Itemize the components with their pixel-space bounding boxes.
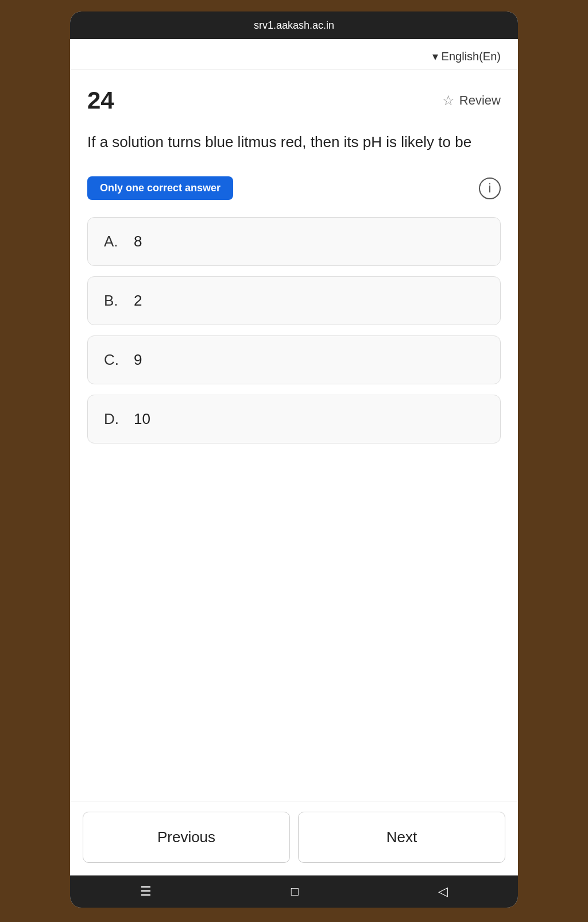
question-text: If a solution turns blue litmus red, the…	[87, 130, 501, 153]
next-button[interactable]: Next	[298, 812, 505, 863]
option-a-label: A.	[104, 233, 122, 250]
navigation-bar: Previous Next	[70, 801, 518, 875]
option-d-label: D.	[104, 410, 122, 428]
language-label: English(En)	[442, 50, 501, 63]
info-icon[interactable]: i	[479, 178, 501, 199]
info-icon-label: i	[489, 181, 492, 196]
phone-frame: srv1.aakash.ac.in ▾ English(En) 24 ☆ Rev…	[70, 11, 518, 908]
menu-icon[interactable]: ☰	[140, 884, 152, 899]
option-a[interactable]: A. 8	[87, 217, 501, 266]
option-c[interactable]: C. 9	[87, 335, 501, 384]
question-header: 24 ☆ Review	[87, 87, 501, 114]
option-a-value: 8	[134, 233, 142, 250]
question-container: 24 ☆ Review If a solution turns blue lit…	[70, 70, 518, 801]
star-icon: ☆	[442, 92, 455, 109]
status-bar: srv1.aakash.ac.in	[70, 11, 518, 39]
answer-type-badge: Only one correct answer	[87, 176, 233, 200]
option-c-label: C.	[104, 351, 122, 369]
option-b-value: 2	[134, 292, 142, 310]
content-area: ▾ English(En) 24 ☆ Review If a solution …	[70, 39, 518, 875]
option-d-value: 10	[134, 410, 150, 428]
bottom-nav: ☰ □ ◁	[70, 875, 518, 908]
language-selector[interactable]: ▾ English(En)	[432, 49, 501, 63]
option-c-value: 9	[134, 351, 142, 369]
back-icon[interactable]: ◁	[438, 884, 448, 899]
previous-button[interactable]: Previous	[83, 812, 290, 863]
option-b-label: B.	[104, 292, 122, 310]
answer-type-bar: Only one correct answer i	[87, 176, 501, 200]
status-url: srv1.aakash.ac.in	[254, 20, 334, 32]
home-icon[interactable]: □	[291, 884, 299, 899]
review-button[interactable]: ☆ Review	[442, 92, 501, 109]
option-b[interactable]: B. 2	[87, 276, 501, 325]
options-list: A. 8 B. 2 C. 9 D. 10	[87, 217, 501, 443]
language-bar: ▾ English(En)	[70, 39, 518, 70]
chevron-down-icon: ▾	[432, 49, 438, 63]
option-d[interactable]: D. 10	[87, 395, 501, 443]
review-label: Review	[459, 93, 501, 108]
question-number: 24	[87, 87, 114, 114]
